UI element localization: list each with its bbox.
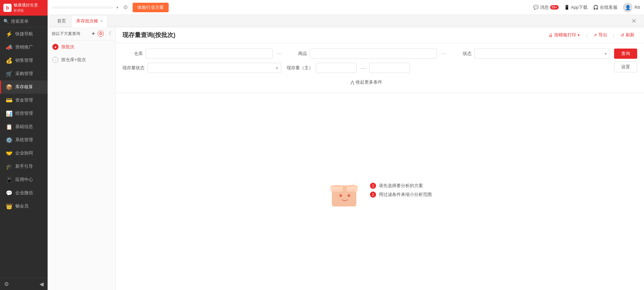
step-1-num: 1 (370, 183, 376, 189)
sidebar-item-purchase[interactable]: 🛒 采购管理 (0, 67, 48, 80)
left-panel: 按以下方案查询 + ⚙ 《 ● 按批次 ○ 按仓库+批次 (48, 27, 116, 290)
stock-quantity-to[interactable] (369, 63, 410, 73)
left-panel-icons: + ⚙ 《 (92, 31, 111, 37)
sidebar-item-quicknav[interactable]: ⚡ 快捷导航 (0, 28, 48, 41)
app-version: 标准版 (14, 8, 38, 13)
batch-icon: ● (52, 44, 58, 50)
sidebar-item-finance[interactable]: 💳 资金管理 (0, 94, 48, 107)
left-panel-title: 按以下方案查询 (52, 31, 80, 37)
username: Rit (634, 5, 640, 10)
export-icon: ↗ (593, 33, 597, 38)
refresh-label: 刷新 (626, 32, 634, 38)
tab-home[interactable]: 首页 (52, 15, 71, 27)
sidebar-item-label: 新手引导 (15, 163, 33, 169)
tab-inventory-batch[interactable]: 库存批次账 × (71, 15, 108, 27)
print-icon: 🖨 (548, 33, 553, 38)
topbar-search-area[interactable] (52, 6, 113, 9)
product-more-icon[interactable]: ··· (441, 51, 445, 57)
sidebar-item-system[interactable]: ⚙️ 系统管理 (0, 133, 48, 147)
sidebar-settings-icon[interactable]: ⚙ (4, 281, 9, 287)
wechat-icon: 💬 (6, 190, 13, 196)
app-download-action[interactable]: 📱 App下载 (564, 4, 588, 11)
product-label: 商品 (287, 51, 307, 57)
tab-inventory-batch-label: 库存批次账 (76, 15, 98, 27)
stock-status-select[interactable]: ▾ (147, 63, 281, 73)
scheme-settings-icon[interactable]: ⚙ (98, 31, 104, 37)
warehouse-more-icon[interactable]: ··· (277, 51, 281, 57)
collapse-panel-icon[interactable]: 《 (106, 31, 111, 37)
settings-button[interactable]: 设置 (614, 61, 637, 72)
appcenter-icon: 📱 (6, 177, 13, 183)
tab-close-icon[interactable]: × (100, 15, 103, 27)
filter-warehouse: 仓库 ··· (122, 49, 281, 59)
messages-action[interactable]: 💬 消息 99+ (533, 4, 559, 11)
purchase-icon: 🛒 (6, 71, 13, 77)
sidebar-item-newguide[interactable]: 🎓 新手引导 (0, 160, 48, 173)
sidebar-item-enterprise[interactable]: 🤝 企业协同 (0, 147, 48, 160)
sidebar-item-wechat[interactable]: 💬 企业微信 (0, 186, 48, 200)
print-chevron-icon[interactable]: ▾ (578, 33, 580, 37)
app-download-label: App下载 (571, 4, 588, 11)
scheme-item-warehouse-batch-label: 按仓库+批次 (61, 57, 86, 63)
filter-area: 仓库 ··· 商品 ··· 状态 (116, 43, 644, 93)
status-label: 状态 (451, 51, 472, 57)
refresh-button[interactable]: ↺ 刷新 (618, 31, 637, 39)
topbar-gear-icon[interactable]: ⚙ (122, 3, 129, 12)
empty-svg (328, 175, 362, 209)
warehouse-input[interactable] (146, 49, 273, 59)
stock-quantity-from[interactable] (316, 63, 357, 73)
sidebar-item-sales[interactable]: 💰 销售管理 (0, 54, 48, 67)
sidebar-item-inventory[interactable]: 📦 库存核算 (0, 80, 48, 94)
topbar: ▾ ⚙ 体验行业方案 💬 消息 99+ 📱 App下载 🎧 在线客服 👤 Rit (48, 0, 644, 15)
operation-icon: 📊 (6, 110, 13, 117)
topbar-chevron-icon[interactable]: ▾ (116, 5, 118, 10)
collapse-more-label: 收起更多条件 (356, 79, 382, 85)
sidebar-item-operation[interactable]: 📊 经营管理 (0, 107, 48, 120)
online-service-action[interactable]: 🎧 在线客服 (593, 4, 617, 11)
status-select[interactable]: ▾ (474, 49, 610, 59)
sidebar-item-label: 企业微信 (15, 190, 33, 196)
filter-main: 仓库 ··· 商品 ··· 状态 (122, 49, 610, 87)
page-header-actions: 🖨 按模板打印 ▾ | ↗ 导出 | ↺ 刷新 (546, 31, 637, 39)
app-logo: b 畅康通好生意 标准版 (0, 0, 48, 16)
experience-button[interactable]: 体验行业方案 (133, 3, 169, 12)
marketing-icon: 📣 (6, 44, 13, 51)
sidebar-bottom: ⚙ ◀ (0, 278, 48, 290)
sidebar-search[interactable]: 🔍 搜索菜单 (0, 16, 48, 28)
left-panel-header: 按以下方案查询 + ⚙ 《 (48, 27, 115, 40)
product-input[interactable] (310, 49, 437, 59)
topbar-right: 💬 消息 99+ 📱 App下载 🎧 在线客服 👤 Rit (533, 3, 640, 12)
export-button[interactable]: ↗ 导出 (591, 31, 610, 39)
sidebar-item-appcenter[interactable]: 📱 应用中心 (0, 173, 48, 186)
sidebar-item-label: 快捷导航 (15, 31, 33, 37)
collapse-more[interactable]: ⋀ 收起更多条件 (122, 77, 610, 87)
stock-status-label: 现存量状态 (122, 65, 145, 71)
sidebar-item-basic[interactable]: 📋 基础信息 (0, 120, 48, 133)
print-template-button[interactable]: 🖨 按模板打印 ▾ (546, 31, 582, 39)
tabs-wrapper: 首页 库存批次账 × ✕ (52, 15, 639, 27)
tab-home-label: 首页 (57, 18, 66, 23)
user-area[interactable]: 👤 Rit (623, 3, 640, 12)
step-1-text: 请先选择要分析的方案 (379, 183, 423, 189)
add-scheme-icon[interactable]: + (92, 31, 95, 37)
scheme-item-warehouse-batch[interactable]: ○ 按仓库+批次 (48, 53, 115, 66)
sidebar-collapse-icon[interactable]: ◀ (39, 281, 44, 287)
filter-stock-quantity: 现存量（主） — (287, 63, 445, 73)
sidebar-item-marketing[interactable]: 📣 营销推广 (0, 41, 48, 54)
empty-step-1: 1 请先选择要分析的方案 (370, 183, 432, 189)
close-panel-button[interactable]: ✕ (631, 17, 637, 25)
stock-status-chevron-icon: ▾ (276, 66, 278, 71)
message-icon: 💬 (533, 5, 539, 10)
app-name: 畅康通好生意 (14, 3, 38, 8)
empty-text-area: 1 请先选择要分析的方案 2 用过滤条件来缩小分析范围 (370, 183, 432, 200)
sidebar-item-vip[interactable]: 👑 畅会员 (0, 200, 48, 213)
scheme-item-batch[interactable]: ● 按批次 (48, 40, 115, 53)
logo-icon: b (3, 4, 12, 12)
warehouse-batch-icon: ○ (52, 57, 58, 63)
content-area: 按以下方案查询 + ⚙ 《 ● 按批次 ○ 按仓库+批次 现存量查询(按批次) (48, 27, 644, 290)
svg-point-4 (348, 194, 350, 197)
query-button[interactable]: 查询 (614, 49, 637, 59)
messages-label: 消息 (540, 4, 549, 11)
sidebar-item-label: 企业协同 (15, 150, 33, 156)
warehouse-label: 仓库 (122, 51, 143, 57)
